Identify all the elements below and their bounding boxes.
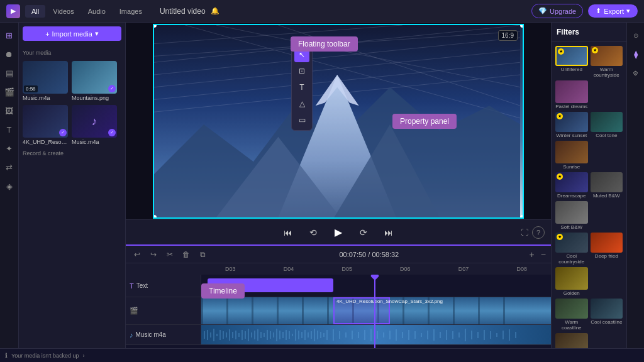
info-icon: ℹ [5,352,8,359]
active-filter-badge: ★ [558,48,564,55]
playhead[interactable] [374,275,375,348]
timeline-timecode: 00:07:50 / 00:58:32 [339,251,399,258]
tool-shape[interactable]: ▭ [294,112,309,128]
resize-handle-br[interactable] [520,215,524,219]
sidebar-item-tune[interactable]: ⊙ [628,28,643,43]
video-track-content[interactable]: 4K_UHD_Resolution_SnowCap_Stars_3x2.png [201,297,551,324]
delete-button[interactable]: 🗑 [180,248,192,261]
sidebar-item-brand[interactable]: ◈ [2,178,17,194]
export-button[interactable]: ⬆ Export ▾ [588,4,638,18]
tool-text[interactable]: T [294,80,309,95]
media-type-tabs: All Videos Audio Images [25,5,148,18]
filter-soft-bw[interactable]: Soft B&W [555,201,588,230]
timeline-minus-button[interactable]: − [541,250,546,260]
step-forward-button[interactable]: ⟳ [356,225,371,240]
thumb-label: Mountains.png [72,95,117,101]
svg-rect-18 [201,297,203,324]
sidebar-item-record[interactable]: ⏺ [2,47,17,62]
text-clip[interactable]: Text [208,278,333,292]
tab-audio[interactable]: Audio [82,5,112,18]
skip-to-end-button[interactable]: ⏭ [381,225,396,240]
media-items-2: ✓ 4K_UHD_Resolutio... ♪ ✓ Music.m4a [23,105,121,145]
sidebar-item-adjust[interactable]: ⚙ [628,65,643,80]
filter-unfiltered[interactable]: ★ Unfiltered [555,46,588,78]
list-item[interactable]: ♪ ✓ Music.m4a [72,105,117,145]
filter-old-western[interactable]: Old Western [555,333,588,348]
ruler-mark-d06: D06 [376,266,435,272]
tab-all[interactable]: All [25,5,45,18]
filter-winter-sunset[interactable]: ★ Winter sunset [555,112,588,138]
redo-button[interactable]: ↪ [147,248,160,261]
filter-label: Muted B&W [591,193,623,199]
check-icon: ✓ [108,85,116,92]
music-note-icon: ♪ [92,115,97,128]
filter-deep-fried[interactable]: Deep fried [591,233,623,265]
upgrade-button[interactable]: 💎 Upgrade [531,4,583,18]
filter-golden[interactable]: Golden [555,267,588,296]
sidebar-item-filters[interactable]: ⧫ [628,47,643,62]
filter-dreamscape[interactable]: ★ Dreamscape [555,172,588,199]
floating-toolbar: ↖ ⊡ T △ ▭ [291,44,313,131]
filter-cool-tone[interactable]: Cool tone [591,112,623,138]
tab-videos[interactable]: Videos [47,5,80,18]
list-item[interactable]: ✓ Mountains.png [72,61,117,101]
svg-rect-22 [302,297,304,324]
filter-fav-badge: ★ [557,113,563,119]
track-name: Text [136,282,148,289]
filter-muted-bw[interactable]: Muted B&W [591,172,623,199]
import-media-button[interactable]: + Import media ▾ [23,26,121,41]
resize-handle-tr[interactable] [520,24,524,28]
svg-rect-23 [327,297,329,324]
tool-draw[interactable]: △ [294,96,309,111]
list-item[interactable]: 0:58 Music.m4a [23,61,68,101]
filter-warm-coastline[interactable]: Warm coastline [555,299,588,331]
play-button[interactable]: ▶ [331,225,346,240]
svg-rect-21 [277,297,279,324]
video-canvas: 16:9 ↖ ⊡ T △ ▭ [153,24,524,219]
sidebar-item-transitions[interactable]: ⇄ [2,160,17,175]
add-track-button[interactable]: + [530,250,535,260]
list-item[interactable]: ✓ 4K_UHD_Resolutio... [23,105,68,145]
sidebar-item-stock-images[interactable]: 🖼 [2,103,17,118]
filters-grid: ★ Unfiltered ★ Warm countryside Pastel d… [552,42,626,348]
timeline-ruler: D03 D04 D05 D06 D07 D08 [126,263,551,275]
sidebar-item-media[interactable]: ⊞ [2,28,17,43]
filter-cool-coastline[interactable]: Cool coastline [591,299,623,331]
chevron-down-icon: ▾ [95,30,99,38]
filter-warm-countryside[interactable]: ★ Warm countryside [591,46,623,78]
sidebar-item-templates[interactable]: ▤ [2,65,17,80]
ruler-mark-d04: D04 [260,266,318,272]
filter-row: ★ Cool countryside Deep fried [555,233,623,265]
aspect-ratio-badge: 16:9 [498,30,518,41]
step-back-button[interactable]: ⟲ [306,225,321,240]
tool-crop[interactable]: ⊡ [294,63,309,79]
filter-fav-badge: ★ [592,47,598,53]
sidebar-item-graphics[interactable]: ✦ [2,141,17,156]
filter-pastel-dreams[interactable]: Pastel dreams [555,80,588,109]
help-button[interactable]: ? [532,226,545,239]
backup-status: Your media isn't backed up [11,353,79,359]
thumb-label: Music.m4a [23,95,68,101]
undo-button[interactable]: ↩ [131,248,143,261]
diamond-icon: 💎 [538,7,547,15]
table-row: 🎬 [126,297,551,325]
skip-to-start-button[interactable]: ⏮ [280,225,296,240]
fullscreen-button[interactable]: ⛶ [521,228,528,237]
tab-images[interactable]: Images [113,5,148,18]
sidebar-item-stock-video[interactable]: 🎬 [2,84,17,99]
filter-label: Dreamscape [555,193,588,199]
filter-label: Cool tone [591,133,623,138]
duplicate-button[interactable]: ⧉ [196,248,209,261]
sidebar-item-text[interactable]: T [2,122,17,137]
timeline-toolbar: ↩ ↪ ✂ 🗑 ⧉ 00:07:50 / 00:58:32 + − [126,246,551,263]
filter-row: Sunrise [555,141,623,170]
ruler-mark-d05: D05 [318,266,376,272]
filter-cool-countryside[interactable]: ★ Cool countryside [555,233,588,265]
filters-header: Filters [552,23,626,42]
filter-sunrise[interactable]: Sunrise [555,141,588,170]
cut-button[interactable]: ✂ [164,248,176,261]
filter-label: Warm countryside [591,67,623,78]
floating-toolbar-annotation-label: Floating toolbar [291,36,358,52]
filter-label: Pastel dreams [555,104,588,109]
audio-track-content[interactable] [201,325,551,344]
